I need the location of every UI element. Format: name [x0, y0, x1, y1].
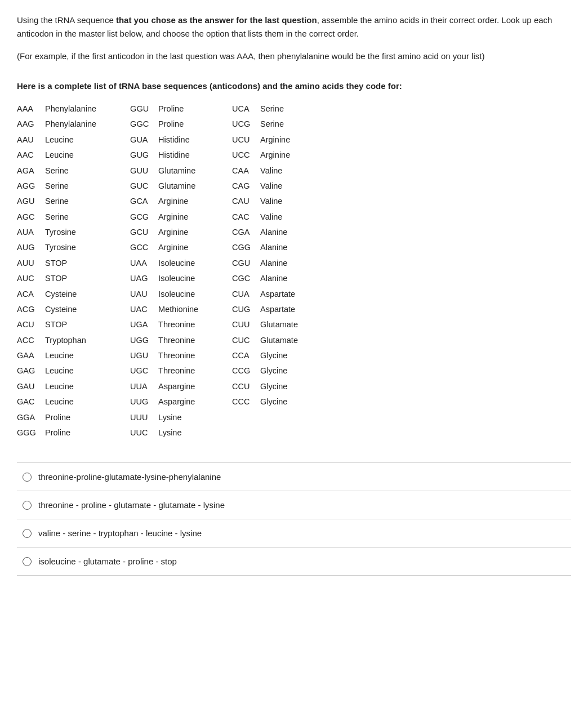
codon-row: CGUAlanine [232, 256, 298, 270]
codon-name: Glycine [260, 395, 287, 409]
codon-row: GAGLeucine [17, 364, 96, 378]
codon-name: Proline [158, 102, 184, 116]
codon-code: CGC [232, 272, 252, 286]
codon-row: UGCThreonine [130, 364, 198, 378]
codon-code: CGU [232, 256, 252, 270]
codon-column-0: AAAPhenylalanineAAGPhenylalanineAAULeuci… [17, 102, 96, 440]
radio-button-0[interactable] [23, 473, 32, 482]
codon-name: Histidine [158, 148, 190, 162]
codon-row: GUUGlutamine [130, 164, 198, 178]
codon-row: AGASerine [17, 164, 96, 178]
codon-row: CUUGlutamate [232, 318, 298, 332]
answer-options: threonine-proline-glutamate-lysine-pheny… [17, 462, 571, 576]
codon-name: Lysine [158, 426, 181, 440]
codon-code: UGA [130, 318, 150, 332]
codon-row: GGUProline [130, 102, 198, 116]
radio-button-2[interactable] [23, 529, 32, 538]
codon-row: CAGValine [232, 179, 298, 193]
codon-row: GUGHistidine [130, 148, 198, 162]
radio-button-3[interactable] [23, 557, 32, 566]
codon-code: AGC [17, 210, 37, 224]
codon-name: Threonine [158, 318, 195, 332]
codon-row: AUCSTOP [17, 272, 96, 286]
option-item-3[interactable]: isoleucine - glutamate - proline - stop [17, 547, 571, 576]
codon-code: GGU [130, 102, 150, 116]
codon-code: CUC [232, 333, 252, 348]
codon-code: UGU [130, 349, 150, 363]
codon-name: Proline [45, 411, 70, 425]
option-label-1: threonine - proline - glutamate - glutam… [38, 500, 225, 510]
codon-code: AUG [17, 241, 37, 255]
codon-row: UGAThreonine [130, 318, 198, 332]
codon-name: Leucine [45, 349, 74, 363]
codon-name: Threonine [158, 349, 195, 363]
codon-row: UUCLysine [130, 426, 198, 440]
codon-code: GUA [130, 133, 150, 147]
codon-name: Cysteine [45, 287, 77, 301]
codon-row: CUGAspartate [232, 302, 298, 317]
codon-code: CCC [232, 395, 252, 409]
codon-code: GGG [17, 426, 37, 440]
codon-code: CCU [232, 380, 252, 394]
codon-row: AAULeucine [17, 133, 96, 147]
codon-code: UCU [232, 133, 252, 147]
codon-code: AUC [17, 272, 37, 286]
codon-code: UCA [232, 102, 252, 116]
codon-code: CUU [232, 318, 252, 332]
codon-code: AAU [17, 133, 37, 147]
codon-name: Proline [158, 117, 184, 131]
codon-code: AAA [17, 102, 37, 116]
codon-name: Serine [260, 102, 284, 116]
codon-row: GCCArginine [130, 241, 198, 255]
codon-row: UUGAspargine [130, 395, 198, 409]
codon-row: ACGCysteine [17, 302, 96, 317]
codon-row: GCAArginine [130, 194, 198, 208]
codon-row: UCCArginine [232, 148, 298, 162]
codon-name: Aspargine [158, 395, 195, 409]
codon-code: GUC [130, 179, 150, 193]
codon-row: UAAIsoleucine [130, 256, 198, 270]
codon-code: UCG [232, 117, 252, 131]
codon-row: GAULeucine [17, 380, 96, 394]
codon-code: AUU [17, 256, 37, 270]
codon-code: ACG [17, 302, 37, 317]
codon-table-section: Here is a complete list of tRNA base seq… [17, 81, 571, 440]
option-item-1[interactable]: threonine - proline - glutamate - glutam… [17, 491, 571, 519]
codon-name: Arginine [158, 225, 188, 239]
codon-name: Glutamate [260, 318, 298, 332]
codon-code: CAG [232, 179, 252, 193]
codon-row: AGGSerine [17, 179, 96, 193]
codon-code: AGU [17, 194, 37, 208]
codon-row: UACMethionine [130, 302, 198, 317]
codon-name: Phenylalanine [45, 102, 96, 116]
codon-code: CAC [232, 210, 252, 224]
codon-table: AAAPhenylalanineAAGPhenylalanineAAULeuci… [17, 102, 571, 440]
codon-code: UAC [130, 302, 150, 317]
codon-code: CAA [232, 164, 252, 178]
codon-row: GGCProline [130, 117, 198, 131]
codon-row: GACLeucine [17, 395, 96, 409]
codon-row: UCUArginine [232, 133, 298, 147]
codon-name: STOP [45, 318, 67, 332]
codon-name: Leucine [45, 395, 74, 409]
codon-row: AUGTyrosine [17, 241, 96, 255]
codon-row: AUUSTOP [17, 256, 96, 270]
codon-name: Isoleucine [158, 287, 195, 301]
radio-button-1[interactable] [23, 501, 32, 510]
codon-name: Alanine [260, 241, 287, 255]
codon-name: Arginine [158, 241, 188, 255]
codon-code: GAG [17, 364, 37, 378]
codon-name: Valine [260, 164, 282, 178]
codon-code: CUG [232, 302, 252, 317]
option-item-2[interactable]: valine - serine - tryptophan - leucine -… [17, 519, 571, 547]
option-item-0[interactable]: threonine-proline-glutamate-lysine-pheny… [17, 462, 571, 491]
codon-code: GUU [130, 164, 150, 178]
codon-name: Glycine [260, 364, 287, 378]
codon-code: GCA [130, 194, 150, 208]
codon-row: CCUGlycine [232, 380, 298, 394]
codon-column-1: GGUProlineGGCProlineGUAHistidineGUGHisti… [130, 102, 198, 440]
codon-row: UUULysine [130, 411, 198, 425]
codon-name: Valine [260, 210, 282, 224]
codon-row: UAUIsoleucine [130, 287, 198, 301]
codon-name: Proline [45, 426, 70, 440]
